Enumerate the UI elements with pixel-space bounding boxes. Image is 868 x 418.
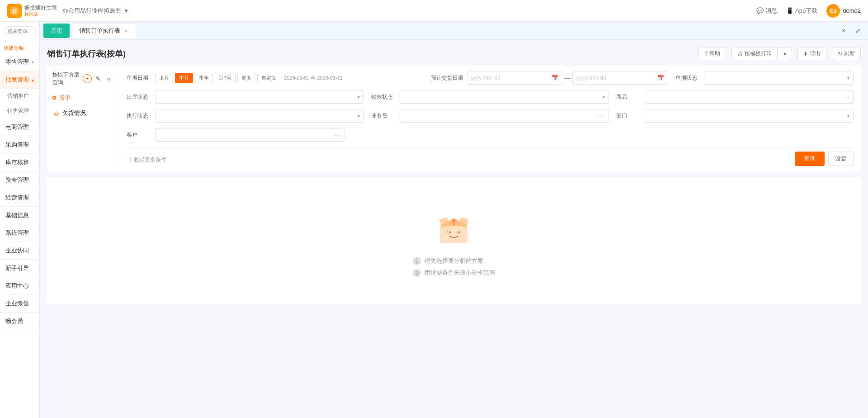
search-input[interactable] [4,26,36,36]
sidebar-item-purchase[interactable]: 采购管理 [0,136,39,154]
date-shortcuts: 上月 本月 本年 近7天 更多 自定义 [155,73,280,83]
date-btn-custom[interactable]: 自定义 [257,73,280,83]
empty-hint-1: 1 请先选择要分析的方案 [413,257,495,265]
sidebar-item-enterprise[interactable]: 企业协同 [0,242,39,260]
window-close-button[interactable]: × [837,24,850,37]
date-btn-last-month[interactable]: 上月 [155,73,173,83]
filter-sidebar: 按以下方案查询 + ✎ « 按单 ◎ 欠货情况 [47,66,119,172]
product-label: 商品 [616,93,641,101]
query-button[interactable]: 查询 [795,152,825,166]
logo-area[interactable]: 好 畅捷通好生意 标准版 [7,4,57,18]
sidebar-item-operations[interactable]: 经营管理 [0,189,39,207]
filter-row-1: 单据日期 上月 本月 本年 近7天 更多 自定义 2023-03-01 至 20… [127,71,854,85]
svg-point-10 [458,231,460,233]
date-btn-this-year[interactable]: 本年 [195,73,213,83]
main-content: 首页 销售订单执行表 × × ⤢ 销售订单执行表(按单) ? 帮助 [40,22,868,418]
exec-status-chevron-icon [358,113,360,119]
tab-sales-order[interactable]: 销售订单执行表 × [71,24,137,38]
filter-sidebar-header: 按以下方案查询 + ✎ « [47,71,119,90]
app-download-button[interactable]: 📱 App下载 [786,7,817,15]
top-bar-right: 💬 消息 📱 App下载 Ea demo2 [756,4,861,18]
sidebar-item-sales[interactable]: 销售管理 [0,104,39,119]
dept-select[interactable] [645,109,854,123]
page-header: 销售订单执行表(按单) ? 帮助 🖨 按模板打印 ▾ [47,47,861,60]
filter-field-product: 商品 ··· [616,90,854,104]
top-bar-left: 好 畅捷通好生意 标准版 办公用品行业模拟账套 ▾ [7,4,128,18]
sidebar-item-app-center[interactable]: 应用中心 [0,277,39,295]
receipt-status-select[interactable] [400,90,609,104]
filter-sidebar-actions: + ✎ « [83,74,113,83]
print-button[interactable]: 🖨 按模板打印 [731,47,778,60]
filter-action-buttons: 查询 设置 [795,152,854,166]
date-separator: — [564,74,571,81]
sidebar-search-area [0,22,39,41]
empty-illustration [431,204,476,250]
edit-scheme-button[interactable]: ✎ [94,74,103,83]
sidebar-item-member[interactable]: 畅会员 [0,313,39,330]
print-icon: 🖨 [737,51,743,57]
print-dropdown-button[interactable]: ▾ [778,47,792,60]
filter-field-out-status: 出库状态 [127,90,364,104]
filter-option-by-order[interactable]: 按单 [47,90,119,105]
user-profile[interactable]: Ea demo2 [826,4,861,18]
filter-row-2: 出库状态 收款状态 [127,90,854,104]
product-select[interactable]: ··· [645,90,854,104]
svg-point-9 [449,231,451,233]
window-maximize-button[interactable]: ⤢ [852,24,864,37]
receipt-status-chevron-icon [603,94,605,100]
filter-footer: 《 收起更多条件 查询 设置 [127,147,854,166]
filter-option-shortage[interactable]: ◎ 欠货情况 [47,105,119,121]
sidebar-item-system[interactable]: 系统管理 [0,224,39,242]
collapse-filter-button[interactable]: 《 收起更多条件 [127,153,166,166]
refresh-button[interactable]: ↻ 刷新 [832,47,861,60]
sidebar-item-wholesale[interactable]: 批发管理 ▴ [0,71,39,89]
collapse-sidebar-button[interactable]: « [104,74,113,83]
breadcrumb[interactable]: 办公用品行业模拟账套 ▾ [62,7,128,15]
sidebar-item-finance[interactable]: 资金管理 [0,171,39,189]
date-btn-7days[interactable]: 近7天 [215,73,236,83]
settings-button[interactable]: 设置 [828,152,854,166]
collapse-icon: 《 [127,156,132,164]
date-btn-this-month[interactable]: 本月 [175,73,193,83]
tabs-bar: 首页 销售订单执行表 × × ⤢ [40,22,868,40]
dept-label: 部门 [616,112,641,120]
date-btn-more[interactable]: 更多 [237,73,255,83]
filter-field-receipt-status: 收款状态 [371,90,609,104]
help-button[interactable]: ? 帮助 [698,47,726,60]
doc-status-label: 单据状态 [675,74,700,82]
filter-row-3: 执行状态 业务员 ··· [127,109,854,123]
doc-status-select[interactable] [704,71,854,85]
customer-dots-icon: ··· [335,132,340,138]
user-name: demo2 [843,7,861,14]
sidebar-item-inventory[interactable]: 库存核算 [0,154,39,171]
filter-field-expected-date: 预计交货日期 yyyy-mm-dd 📅 — yyyy-mm-dd 📅 [431,71,668,85]
expected-date-to[interactable]: yyyy-mm-dd 📅 [572,71,668,85]
tab-close-icon[interactable]: × [123,28,129,34]
salesperson-select[interactable]: ··· [400,109,609,123]
filter-field-customer: 客户 ··· [127,128,344,142]
date-range-text: 2023-03-01 至 2023-03-31 [284,75,343,81]
sidebar-item-basic-info[interactable]: 基础信息 [0,207,39,224]
sidebar-item-ecommerce[interactable]: 电商管理 [0,119,39,136]
svg-point-12 [453,219,455,222]
refresh-icon: ↻ [838,51,842,57]
sidebar-item-guide[interactable]: 新手引导 [0,260,39,277]
filter-field-exec-status: 执行状态 [127,109,364,123]
message-button[interactable]: 💬 消息 [756,7,777,15]
customer-select[interactable]: ··· [155,128,344,142]
filter-panel: 按以下方案查询 + ✎ « 按单 ◎ 欠货情况 [47,66,861,172]
filter-main: 单据日期 上月 本月 本年 近7天 更多 自定义 2023-03-01 至 20… [119,66,861,172]
sidebar-item-wechat[interactable]: 企业微信 [0,295,39,313]
sidebar-item-retail[interactable]: 零售管理 ▾ [0,53,39,71]
exec-status-select[interactable] [155,109,364,123]
tab-home[interactable]: 首页 [43,24,70,38]
out-status-select[interactable] [155,90,364,104]
expected-date-from[interactable]: yyyy-mm-dd 📅 [467,71,563,85]
quick-nav-label: 快捷导航 [0,41,39,53]
export-button[interactable]: ⬇ 导出 [797,47,826,60]
app-layout: 快捷导航 零售管理 ▾ 批发管理 ▴ 营销推广 销售管理 电商管理 采购管理 库… [0,22,868,418]
empty-hint-2: 2 用过滤条件来缩小分析范围 [413,269,495,277]
add-scheme-button[interactable]: + [83,74,92,83]
product-dots-icon: ··· [844,94,849,100]
sidebar-item-marketing[interactable]: 营销推广 [0,89,39,104]
